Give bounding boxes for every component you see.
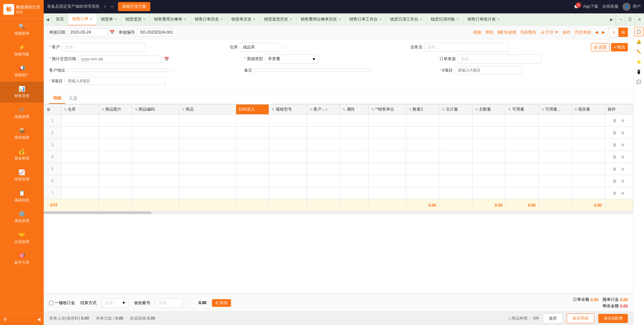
- view-list-btn[interactable]: ≡: [609, 28, 618, 37]
- sidebar-item-nav[interactable]: ⚡ 快捷导航: [0, 40, 44, 61]
- row-copy-btn[interactable]: ⊕: [619, 141, 626, 148]
- material-btn[interactable]: + 物流: [611, 43, 628, 51]
- col-product[interactable]: ⇅ 商品: [179, 105, 236, 115]
- col-warehouse[interactable]: ⇅ 仓库: [61, 105, 99, 115]
- tab-close-expense-history[interactable]: ✕: [338, 17, 341, 21]
- one-click-order-checkbox[interactable]: 一键收订金: [49, 300, 75, 306]
- tab-close-return-history[interactable]: ✕: [290, 17, 292, 21]
- tab-close-all-btn[interactable]: ✕: [635, 13, 644, 26]
- sidebar-item-purchase[interactable]: 🛒 采购管理: [0, 103, 44, 123]
- note-input[interactable]: [254, 69, 372, 72]
- tab-prev-btn[interactable]: ◀: [44, 13, 52, 26]
- tab-order-workbench[interactable]: 销售订单工作台 ✕: [345, 13, 386, 26]
- tab-close-daily-reconcile[interactable]: ✕: [456, 17, 459, 21]
- sidebar-settings-icon[interactable]: ⚙: [3, 317, 7, 322]
- detail-tab-summary[interactable]: 汇总: [65, 93, 81, 104]
- col-qty2[interactable]: ⇅ 数量2: [406, 105, 439, 115]
- sidebar-item-management[interactable]: 📈 经营管理: [0, 165, 44, 186]
- order-source-input[interactable]: 选择...: [458, 54, 542, 64]
- payment-method-select[interactable]: 选择... ▼: [102, 298, 129, 308]
- settings-btn[interactable]: ⚙ 设置: [591, 43, 610, 51]
- warehouse-input[interactable]: 成品库: [240, 43, 280, 52]
- calendar-icon[interactable]: 📅: [110, 30, 115, 35]
- right-sidebar-phone-icon[interactable]: 📱: [634, 67, 644, 77]
- nav-prev-icon[interactable]: ◀: [595, 30, 598, 35]
- operation-btn[interactable]: 操作: [563, 30, 571, 35]
- right-sidebar-bell-icon[interactable]: 🔔: [634, 37, 644, 46]
- right-sidebar-chat-icon[interactable]: 💬: [634, 77, 644, 87]
- profit-btn[interactable]: 毛利预告: [520, 30, 536, 35]
- delivery-date-input[interactable]: [78, 55, 162, 63]
- tab-add-btn[interactable]: ＋: [616, 13, 625, 26]
- calendar2-icon[interactable]: 📅: [164, 57, 169, 62]
- col-attr[interactable]: ⇅ 属性: [340, 105, 368, 115]
- col-available[interactable]: ⇅ 可用量: [505, 105, 538, 115]
- sidebar-item-finance[interactable]: 💰 资金管理: [0, 144, 44, 165]
- sidebar-item-enterprise[interactable]: 🤝 企业协同: [0, 228, 44, 248]
- save-new-btn[interactable]: 保存&新增: [598, 314, 628, 323]
- history-btn[interactable]: 历史单据: [575, 30, 591, 35]
- tab-close-expense-split[interactable]: ✕: [184, 17, 186, 21]
- tab-sales-stat[interactable]: 销售订单统计表 ✕: [463, 13, 504, 26]
- row-copy-btn[interactable]: ⊕: [619, 154, 626, 160]
- bank-account-select[interactable]: 选择...: [156, 298, 183, 308]
- right-sidebar-form-icon[interactable]: 📋: [634, 27, 644, 36]
- row-delete-btn[interactable]: 🗑: [611, 154, 618, 160]
- add-payment-btn[interactable]: ⊕ 添加: [212, 299, 231, 307]
- tab-expense-history[interactable]: 销售费用分摊单历史 ✕: [297, 13, 345, 26]
- warehouse-more-icon[interactable]: ···: [283, 45, 288, 50]
- col-available2[interactable]: ⇅ 可用量...: [538, 105, 571, 115]
- horizontal-scrollbar[interactable]: [44, 211, 633, 214]
- row-copy-btn[interactable]: ⊕: [619, 178, 626, 185]
- row-copy-btn[interactable]: ⊕: [619, 129, 626, 136]
- help-btn[interactable]: 帮助: [485, 30, 493, 35]
- sidebar-collapse-icon[interactable]: ◀: [37, 317, 40, 322]
- address-more-icon[interactable]: ···: [172, 68, 176, 73]
- online-service[interactable]: 在线客服: [602, 4, 618, 9]
- sidebar-item-search[interactable]: 🔍 搜索菜单: [0, 19, 44, 40]
- tab-close-sales-stat[interactable]: ✕: [497, 17, 500, 21]
- tab-daily-workbench[interactable]: 钱货日清工作台 ✕: [386, 13, 427, 26]
- col-unit[interactable]: ⇅ **销售单位: [368, 105, 406, 115]
- invoice-type-select[interactable]: 不开票 ▼: [265, 54, 319, 64]
- row-delete-btn[interactable]: 🗑: [611, 117, 618, 124]
- tab-close-invoice-history[interactable]: ✕: [253, 17, 256, 21]
- sidebar-item-marketing[interactable]: 📢 营销推广: [0, 61, 44, 82]
- sidebar-item-system[interactable]: ⚙️ 系统管理: [0, 207, 44, 228]
- solution-btn[interactable]: 体验行业方案: [118, 2, 150, 11]
- row-delete-btn[interactable]: 🗑: [611, 190, 618, 197]
- row-delete-btn[interactable]: 🗑: [611, 129, 618, 136]
- tab-sales-return[interactable]: 销货退货 ✕: [121, 13, 150, 26]
- col-current[interactable]: ⇅ 现存量: [572, 105, 605, 115]
- customer-input[interactable]: 选择...: [62, 43, 146, 52]
- tab-sales-order[interactable]: 销售订单 ✕: [68, 13, 97, 26]
- tab-close-sales-order[interactable]: ✕: [90, 17, 92, 21]
- col-image[interactable]: ⇅ 商品图片: [99, 105, 132, 115]
- sidebar-item-basic[interactable]: 📋 基础信息: [0, 186, 44, 207]
- row-delete-btn[interactable]: 🗑: [611, 166, 618, 172]
- tab-invoice-history[interactable]: 销货单历史 ✕: [227, 13, 260, 26]
- staff-input[interactable]: 选择...: [424, 43, 508, 52]
- row-copy-btn[interactable]: ⊕: [619, 190, 626, 197]
- tab-order-history[interactable]: 销售订单历史 ✕: [191, 13, 227, 26]
- sidebar-item-sales[interactable]: 📊 销售管理: [0, 82, 44, 103]
- tab-return-history[interactable]: 销货退货历史 ✕: [260, 13, 297, 26]
- row-copy-btn[interactable]: ⊕: [619, 166, 626, 172]
- col-main-unit[interactable]: ⇅ 主计量: [439, 105, 472, 115]
- tab-close-sales-invoice[interactable]: ✕: [114, 17, 117, 21]
- tab-close-daily-workbench[interactable]: ✕: [420, 17, 422, 21]
- settings-gear-icon[interactable]: ⚙: [110, 4, 115, 9]
- customer-more-icon[interactable]: ···: [149, 45, 153, 50]
- b-project-input[interactable]: [65, 77, 165, 85]
- tab-close-order-workbench[interactable]: ✕: [379, 17, 382, 21]
- tab-home[interactable]: 首页: [52, 13, 68, 26]
- bank-more-icon[interactable]: ···: [189, 300, 193, 306]
- tab-sales-invoice[interactable]: 销货单 ✕: [97, 13, 121, 26]
- tab-expense-split[interactable]: 销售费用分摊单 ✕: [150, 13, 191, 26]
- staff-more-icon[interactable]: ···: [512, 45, 516, 50]
- sidebar-item-inventory[interactable]: 📦 库存核算: [0, 123, 44, 144]
- save-draft-btn[interactable]: 保存草稿: [567, 314, 594, 323]
- detail-tab-detail[interactable]: 明细: [49, 93, 65, 104]
- tab-close-sales-return[interactable]: ✕: [143, 17, 146, 21]
- tab-daily-reconcile[interactable]: 钱货日清对账 ✕: [427, 13, 463, 26]
